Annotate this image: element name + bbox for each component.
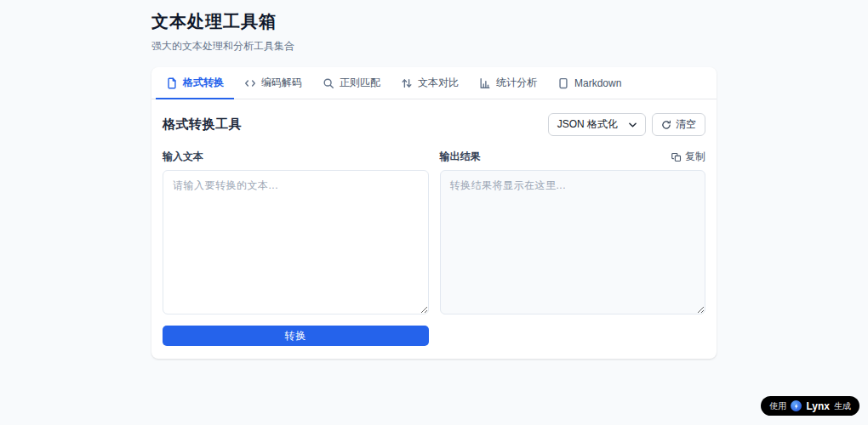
tab-label: 格式转换 [183, 76, 224, 90]
tab-label: 文本对比 [418, 76, 459, 90]
format-select[interactable]: JSON 格式化 [548, 113, 646, 136]
section-title: 格式转换工具 [163, 116, 242, 133]
tab-statistics[interactable]: 统计分析 [469, 67, 547, 99]
copy-button-label: 复制 [685, 150, 705, 164]
tab-regex-match[interactable]: 正则匹配 [312, 67, 391, 99]
code-icon [244, 77, 256, 89]
output-column: 输出结果 复制 [440, 149, 706, 346]
search-icon [323, 77, 334, 89]
refresh-icon [661, 120, 671, 130]
tool-card: 格式转换 编码解码 正则匹配 文本对比 [151, 67, 717, 359]
clear-button-label: 清空 [676, 117, 696, 132]
bar-chart-icon [479, 77, 491, 89]
file-icon [166, 77, 178, 89]
tab-bar: 格式转换 编码解码 正则匹配 文本对比 [151, 67, 717, 99]
format-select-value: JSON 格式化 [557, 117, 618, 132]
panel-header: 格式转换工具 JSON 格式化 清空 [163, 113, 705, 136]
input-field-head: 输入文本 [163, 149, 429, 165]
badge-suffix: 生成 [834, 400, 851, 412]
copy-button[interactable]: 复制 [671, 150, 705, 164]
input-textarea[interactable] [163, 170, 429, 314]
made-with-badge[interactable]: 使用 Lynx 生成 [761, 396, 859, 416]
chevron-down-icon [629, 122, 637, 128]
tab-panel-format-convert: 格式转换工具 JSON 格式化 清空 [151, 99, 717, 359]
io-grid: 输入文本 转换 输出结果 复制 [163, 149, 705, 346]
badge-brand: Lynx [806, 400, 830, 412]
input-label: 输入文本 [163, 150, 203, 164]
tab-text-diff[interactable]: 文本对比 [391, 67, 469, 99]
book-icon [557, 77, 569, 89]
tab-label: 编码解码 [261, 76, 302, 90]
output-textarea[interactable] [440, 170, 706, 314]
copy-icon [671, 152, 682, 162]
convert-button[interactable]: 转换 [163, 326, 429, 346]
clear-button[interactable]: 清空 [652, 113, 705, 136]
lynx-logo-icon [791, 400, 802, 411]
tab-format-convert[interactable]: 格式转换 [156, 67, 234, 99]
badge-prefix: 使用 [769, 400, 786, 412]
page-subtitle: 强大的文本处理和分析工具集合 [151, 39, 717, 54]
output-field-head: 输出结果 复制 [440, 149, 706, 165]
page-title: 文本处理工具箱 [151, 10, 717, 33]
tab-label: 正则匹配 [340, 76, 380, 90]
input-column: 输入文本 转换 [163, 149, 429, 346]
output-label: 输出结果 [440, 150, 481, 164]
tab-markdown[interactable]: Markdown [547, 67, 631, 99]
main-container: 文本处理工具箱 强大的文本处理和分析工具集合 格式转换 编码解码 正则匹配 [151, 0, 717, 359]
tab-label: Markdown [574, 77, 621, 89]
panel-controls: JSON 格式化 清空 [548, 113, 705, 136]
tab-encode-decode[interactable]: 编码解码 [234, 67, 312, 99]
swap-arrows-icon [401, 77, 413, 89]
tab-label: 统计分析 [496, 76, 537, 90]
